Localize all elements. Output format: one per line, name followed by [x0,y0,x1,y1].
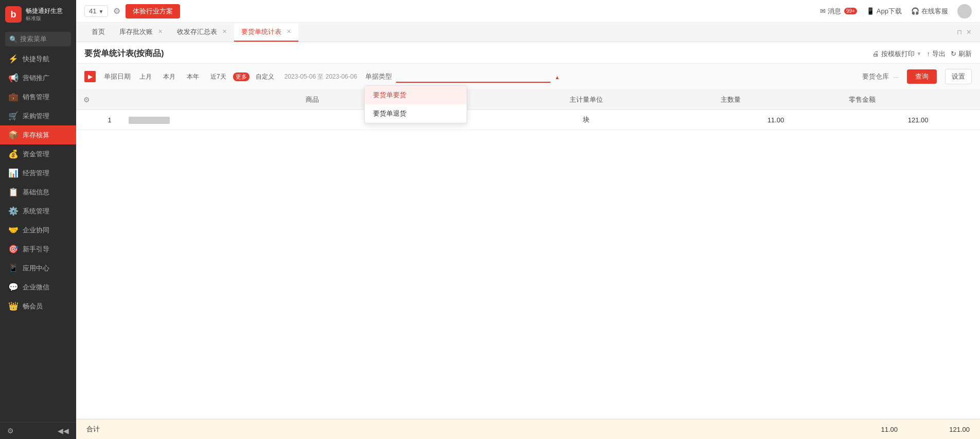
query-button[interactable]: 查询 [907,69,937,84]
tab-label: 首页 [92,27,105,36]
tab-close-inventory-batch[interactable]: ✕ [158,28,163,35]
type-filter-input[interactable] [396,71,550,83]
user-avatar[interactable] [957,4,972,19]
print-template-button[interactable]: 🖨 按模板打印 [872,49,922,59]
column-settings-icon[interactable]: ⚙ [83,96,90,104]
app-logo: b 畅捷通好生意 标准版 [0,0,76,29]
this-month-btn[interactable]: 本月 [158,71,180,83]
marketing-icon: 📢 [8,73,19,83]
tabbar: 首页 库存批次账 ✕ 收发存汇总表 ✕ 要货单统计表 ✕ ⊓ ✕ [76,23,980,42]
sidebar-item-label: 销售管理 [23,93,49,102]
topbar-settings-icon[interactable]: ⚙ [113,6,120,16]
tab-home[interactable]: 首页 [84,23,112,42]
online-service-button[interactable]: 🎧 在线客服 [911,7,948,16]
sales-icon: 💼 [8,92,19,102]
table-row: 1 块 11.00 121.00 [76,110,980,130]
sidebar-item-guide[interactable]: 🎯 新手引导 [0,240,76,259]
trial-button[interactable]: 体验行业方案 [126,4,180,19]
sidebar-item-label: 企业协同 [23,226,49,235]
sidebar-item-label: 库存核算 [23,131,49,140]
table-header-row: ⚙ 商品 主计量单位 主数量 零售金额 [76,90,980,110]
export-button[interactable]: ↑ 导出 [927,49,946,59]
tab-close-receive-summary[interactable]: ✕ [222,28,227,35]
sidebar-item-wechat[interactable]: 💬 企业微信 [0,278,76,297]
data-table: ⚙ 商品 主计量单位 主数量 零售金额 1 [76,90,980,130]
sidebar-item-purchase[interactable]: 🛒 采购管理 [0,106,76,125]
quicknav-icon: ⚡ [8,54,19,64]
last-7days-btn[interactable]: 近7天 [206,71,231,83]
sidebar-item-sales[interactable]: 💼 销售管理 [0,87,76,106]
appcenter-icon: 📱 [8,263,19,273]
type-dropdown-chevron-up[interactable] [555,73,560,81]
sidebar-item-member[interactable]: 👑 畅会员 [0,297,76,316]
sidebar-item-inventory[interactable]: 📦 库存核算 [0,125,76,144]
topbar: 41 ⚙ 体验行业方案 ✉ 消息 99+ 📱 App下载 🎧 在线客服 [76,0,980,23]
tab-inventory-batch[interactable]: 库存批次账 ✕ [112,23,170,42]
this-year-btn[interactable]: 本年 [182,71,204,83]
messages-label: 消息 [828,7,841,16]
col-extra-header [934,90,980,110]
row-settings [76,110,97,130]
sidebar-item-appcenter[interactable]: 📱 应用中心 [0,259,76,278]
tab-requisition-stats[interactable]: 要货单统计表 ✕ [234,23,298,42]
sidebar-item-quicknav[interactable]: ⚡ 快捷导航 [0,49,76,68]
export-icon: ↑ [927,50,931,58]
custom-date-btn[interactable]: 自定义 [252,71,278,82]
basic-icon: 📋 [8,187,19,197]
refresh-icon: ↻ [951,50,956,58]
dropdown-item-requisition-return[interactable]: 要货单退货 [365,104,467,123]
type-filter-group: 单据类型 [365,71,854,83]
table-container: ⚙ 商品 主计量单位 主数量 零售金额 1 [76,90,980,419]
collapse-button[interactable]: ◀◀ [58,427,69,435]
phone-icon: 📱 [866,7,875,15]
messages-button[interactable]: ✉ 消息 99+ [820,7,857,16]
sidebar-footer: ⚙ ◀◀ [0,422,76,439]
row-extra [934,110,980,130]
sidebar-item-system[interactable]: ⚙️ 系统管理 [0,202,76,221]
sidebar: b 畅捷通好生意 标准版 🔍 搜索菜单 ⚡ 快捷导航 📢 营销推广 💼 销售管理… [0,0,76,439]
sidebar-item-label: 资金管理 [23,150,49,159]
app-download-button[interactable]: 📱 App下载 [866,7,902,16]
warehouse-more-icon[interactable]: ··· [893,73,899,81]
online-service-label: 在线客服 [921,7,948,16]
refresh-label: 刷新 [958,49,972,59]
tab-expand-icon[interactable]: ⊓ [957,28,962,36]
sidebar-item-label: 经营管理 [23,169,49,178]
search-label: 搜索菜单 [20,34,47,44]
sidebar-item-marketing[interactable]: 📢 营销推广 [0,68,76,87]
row-index: 1 [97,110,122,130]
messages-badge: 99+ [844,8,857,14]
message-icon: ✉ [820,7,826,15]
tab-label: 库存批次账 [119,27,153,36]
sidebar-item-label: 新手引导 [23,245,49,254]
footer-amount-value: 121.00 [918,426,970,433]
sidebar-search[interactable]: 🔍 搜索菜单 [5,32,71,46]
sidebar-item-finance[interactable]: 💰 资金管理 [0,144,76,163]
sidebar-item-label: 企业微信 [23,283,49,292]
tab-receive-summary[interactable]: 收发存汇总表 ✕ [170,23,234,42]
inventory-icon: 📦 [8,130,19,140]
chevron-down-icon [98,7,103,15]
topbar-right: ✉ 消息 99+ 📱 App下载 🎧 在线客服 [820,4,972,19]
topbar-left: 41 ⚙ 体验行业方案 [84,4,180,19]
date-filter-group: 单据日期 上月 本月 本年 近7天 更多 自定义 2023-05-06 至 20… [104,71,357,83]
tab-close-all-icon[interactable]: ✕ [966,28,972,36]
sidebar-item-enterprise[interactable]: 🤝 企业协同 [0,221,76,240]
sidebar-item-operations[interactable]: 📊 经营管理 [0,163,76,182]
more-date-badge[interactable]: 更多 [233,72,250,81]
app-title: 畅捷通好生意 [26,7,63,15]
filter-expand-button[interactable]: ▶ [84,71,96,82]
tab-close-requisition-stats[interactable]: ✕ [287,28,291,35]
app-subtitle: 标准版 [26,15,63,22]
sidebar-item-label: 畅会员 [23,302,43,311]
settings-button[interactable]: ⚙ [7,427,14,435]
refresh-button[interactable]: ↻ 刷新 [951,49,972,59]
sidebar-item-basic[interactable]: 📋 基础信息 [0,182,76,202]
last-month-btn[interactable]: 上月 [135,71,156,83]
filter-settings-button[interactable]: 设置 [945,69,972,84]
purchase-icon: 🛒 [8,111,19,121]
sidebar-item-label: 营销推广 [23,74,49,83]
company-selector[interactable]: 41 [84,5,108,17]
dropdown-item-requisition-purchase[interactable]: 要货单要货 [365,86,467,104]
date-filter-label: 单据日期 [104,72,131,81]
